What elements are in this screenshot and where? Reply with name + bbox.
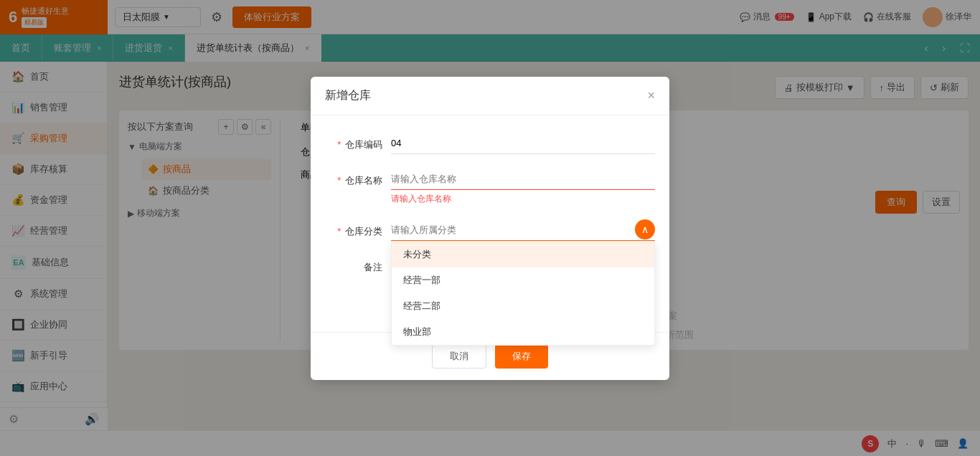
add-warehouse-dialog: 新增仓库 × * 仓库编码 * 仓库名称 bbox=[311, 77, 669, 380]
code-field bbox=[391, 133, 655, 154]
name-error-msg: 请输入仓库名称 bbox=[391, 193, 655, 205]
code-label: * 仓库编码 bbox=[325, 133, 382, 151]
category-option-property[interactable]: 物业部 bbox=[392, 319, 654, 345]
name-field: 请输入仓库名称 bbox=[391, 168, 655, 205]
name-field-row: * 仓库名称 请输入仓库名称 bbox=[325, 168, 655, 205]
name-label: * 仓库名称 bbox=[325, 168, 382, 187]
cancel-button[interactable]: 取消 bbox=[432, 344, 486, 369]
save-button[interactable]: 保存 bbox=[495, 344, 548, 369]
name-input[interactable] bbox=[391, 168, 655, 190]
category-label: * 仓库分类 bbox=[325, 219, 382, 238]
dialog-close-icon[interactable]: × bbox=[647, 88, 655, 103]
category-input[interactable] bbox=[391, 219, 635, 240]
dialog-title: 新增仓库 bbox=[325, 88, 371, 103]
dialog-header: 新增仓库 × bbox=[311, 77, 669, 115]
code-field-row: * 仓库编码 bbox=[325, 133, 655, 154]
category-option-dept1[interactable]: 经营一部 bbox=[392, 267, 654, 293]
category-field-row: * 仓库分类 ∧ 未分类 经营一部 经营二部 物业部 bbox=[325, 219, 655, 241]
category-select[interactable]: ∧ bbox=[391, 219, 655, 241]
category-option-dept2[interactable]: 经营二部 bbox=[392, 293, 654, 319]
dialog-body: * 仓库编码 * 仓库名称 请输入仓库名称 bbox=[311, 115, 669, 332]
category-option-unclassified[interactable]: 未分类 bbox=[392, 242, 654, 267]
code-input[interactable] bbox=[391, 133, 655, 154]
category-dropdown: 未分类 经营一部 经营二部 物业部 bbox=[391, 241, 655, 346]
category-field: ∧ 未分类 经营一部 经营二部 物业部 bbox=[391, 219, 655, 241]
category-arrow-icon[interactable]: ∧ bbox=[635, 219, 655, 239]
dialog-overlay[interactable]: 新增仓库 × * 仓库编码 * 仓库名称 bbox=[0, 0, 980, 456]
remark-label: 备注 bbox=[325, 255, 382, 274]
